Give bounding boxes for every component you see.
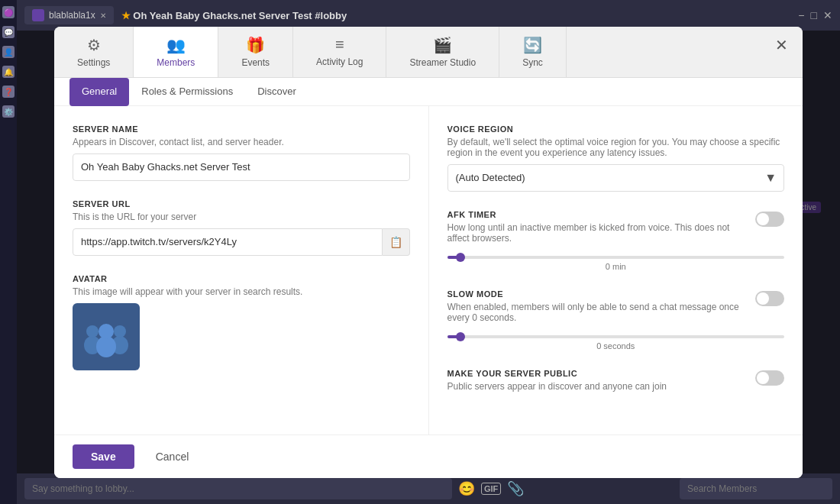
slow-mode-slider[interactable] xyxy=(447,335,785,338)
server-url-input[interactable] xyxy=(73,228,383,256)
window-controls: − □ ✕ xyxy=(798,9,832,21)
afk-timer-slider-wrap: 0 min xyxy=(447,256,785,271)
cancel-button[interactable]: Cancel xyxy=(144,444,202,469)
slow-mode-slider-wrap: 0 seconds xyxy=(447,335,785,351)
svg-point-1 xyxy=(86,325,99,338)
server-settings-modal: ✕ ⚙ Settings 👥 Members 🎁 Events ≡ Activi xyxy=(54,27,803,478)
activity-log-icon: ≡ xyxy=(335,36,344,53)
voice-region-desc: By default, we'll select the optimal voi… xyxy=(447,137,785,158)
slow-mode-slider-thumb xyxy=(456,332,465,341)
slow-mode-desc: When enabled, members will only be able … xyxy=(447,302,744,323)
voice-region-select-wrap: (Auto Detected) ▼ xyxy=(447,164,785,192)
voice-region-label: VOICE REGION xyxy=(447,124,785,134)
right-col-scroll: VOICE REGION By default, we'll select th… xyxy=(447,124,785,416)
sidebar-icon-logo[interactable]: 🟣 xyxy=(2,6,15,18)
slow-mode-label: SLOW MODE xyxy=(447,289,744,299)
tab-members[interactable]: 👥 Members xyxy=(134,27,218,77)
left-column: SERVER NAME Appears in Discover, contact… xyxy=(54,106,429,435)
sidebar-icon-user[interactable]: 👤 xyxy=(2,46,15,58)
avatar-desc: This image will appear with your server … xyxy=(73,286,410,297)
avatar-preview[interactable] xyxy=(73,303,140,370)
modal-overlay: ✕ ⚙ Settings 👥 Members 🎁 Events ≡ Activi xyxy=(17,31,840,473)
attachment-icon[interactable]: 📎 xyxy=(507,480,524,497)
close-btn[interactable]: ✕ xyxy=(823,9,832,21)
copy-url-button[interactable]: 📋 xyxy=(383,228,410,256)
modal-body: SERVER NAME Appears in Discover, contact… xyxy=(54,106,803,435)
make-public-toggle[interactable] xyxy=(755,370,784,386)
tab-label: blablabla1x xyxy=(49,10,95,21)
tab-members-label: Members xyxy=(157,57,195,68)
tab-sync[interactable]: 🔄 Sync xyxy=(499,27,567,77)
tab-activity-log-label: Activity Log xyxy=(316,57,363,67)
slow-mode-toggle[interactable] xyxy=(755,291,784,306)
sidebar-icon-help[interactable]: ❓ xyxy=(2,86,15,98)
streamer-studio-icon: 🎬 xyxy=(433,36,452,54)
sub-tab-bar: General Roles & Permissions Discover xyxy=(54,78,803,106)
make-public-label: MAKE YOUR SERVER PUBLIC xyxy=(447,369,744,378)
afk-timer-label: AFK TIMER xyxy=(447,210,744,219)
tab-bar: ⚙ Settings 👥 Members 🎁 Events ≡ Activity… xyxy=(54,27,803,78)
afk-timer-slider-thumb xyxy=(456,253,465,262)
server-url-group: SERVER URL This is the URL for your serv… xyxy=(73,199,410,256)
voice-region-select[interactable]: (Auto Detected) xyxy=(447,164,785,192)
server-name-label: SERVER NAME xyxy=(73,124,410,134)
tab-activity-log[interactable]: ≡ Activity Log xyxy=(293,27,386,77)
server-url-desc: This is the URL for your server xyxy=(73,212,410,222)
avatar-label: AVATAR xyxy=(73,274,410,283)
voice-region-group: VOICE REGION By default, we'll select th… xyxy=(447,124,785,192)
afk-timer-slider-label: 0 min xyxy=(447,262,785,271)
search-members-input[interactable] xyxy=(680,478,832,499)
server-url-field-wrap: 📋 xyxy=(73,228,410,256)
minimize-btn[interactable]: − xyxy=(798,9,804,21)
avatar-icon xyxy=(82,316,131,357)
chat-input[interactable] xyxy=(24,478,452,499)
tab-settings-label: Settings xyxy=(77,57,110,68)
modal-footer: Save Cancel xyxy=(54,435,803,478)
tab-close-icon[interactable]: ✕ xyxy=(100,11,106,20)
afk-timer-group: AFK TIMER How long until an inactive mem… xyxy=(447,210,785,271)
maximize-btn[interactable]: □ xyxy=(811,9,817,21)
sub-tab-discover[interactable]: Discover xyxy=(245,78,309,106)
afk-timer-slider[interactable] xyxy=(447,256,785,259)
afk-timer-toggle-row: AFK TIMER How long until an inactive mem… xyxy=(447,210,785,250)
server-name-desc: Appears in Discover, contact list, and s… xyxy=(73,137,410,147)
server-name-group: SERVER NAME Appears in Discover, contact… xyxy=(73,124,410,181)
gif-icon[interactable]: GIF xyxy=(481,483,501,495)
server-name-input[interactable] xyxy=(73,153,410,181)
make-public-info: MAKE YOUR SERVER PUBLIC Public servers a… xyxy=(447,369,756,398)
events-icon: 🎁 xyxy=(246,36,265,54)
svg-point-4 xyxy=(96,336,116,357)
bottom-bar: 😊 GIF 📎 xyxy=(17,473,840,504)
tab-sync-label: Sync xyxy=(522,57,543,68)
sidebar-icon-settings[interactable]: ⚙️ xyxy=(2,105,15,118)
channel-star-icon: ★ xyxy=(121,10,131,21)
tab-events-label: Events xyxy=(241,57,270,68)
make-public-toggle-row: MAKE YOUR SERVER PUBLIC Public servers a… xyxy=(447,369,785,398)
server-url-label: SERVER URL xyxy=(73,199,410,208)
afk-timer-desc: How long until an inactive member is kic… xyxy=(447,222,744,244)
sub-tab-general[interactable]: General xyxy=(69,78,129,106)
save-button[interactable]: Save xyxy=(73,444,134,469)
emoji-icon[interactable]: 😊 xyxy=(458,480,475,497)
members-icon: 👥 xyxy=(166,36,186,54)
avatar-group: AVATAR This image will appear with your … xyxy=(73,274,410,370)
top-bar-tab[interactable]: blablabla1x ✕ xyxy=(24,6,114,24)
sub-tab-roles-permissions[interactable]: Roles & Permissions xyxy=(129,78,245,106)
slow-mode-group: SLOW MODE When enabled, members will onl… xyxy=(447,289,785,351)
sync-icon: 🔄 xyxy=(523,36,542,54)
tab-streamer-studio-label: Streamer Studio xyxy=(409,57,476,68)
tab-streamer-studio[interactable]: 🎬 Streamer Studio xyxy=(386,27,499,77)
tab-avatar xyxy=(32,9,44,21)
sidebar: 🟣 💬 👤 🔔 ❓ ⚙️ xyxy=(0,0,17,504)
right-column: VOICE REGION By default, we'll select th… xyxy=(429,106,803,435)
tab-events[interactable]: 🎁 Events xyxy=(218,27,293,77)
afk-timer-toggle[interactable] xyxy=(755,212,784,227)
tab-settings[interactable]: ⚙ Settings xyxy=(54,27,134,77)
sidebar-icon-chat[interactable]: 💬 xyxy=(2,26,15,38)
modal-close-button[interactable]: ✕ xyxy=(772,36,790,54)
sidebar-icon-bell[interactable]: 🔔 xyxy=(2,66,15,78)
make-public-desc: Public servers appear in discover and an… xyxy=(447,381,744,392)
channel-title: ★ Oh Yeah Baby Ghacks.net Server Test #l… xyxy=(121,10,347,21)
slow-mode-toggle-row: SLOW MODE When enabled, members will onl… xyxy=(447,289,785,329)
app-background: 🟣 💬 👤 🔔 ❓ ⚙️ blablabla1x ✕ ★ Oh Yeah Bab… xyxy=(0,0,840,504)
